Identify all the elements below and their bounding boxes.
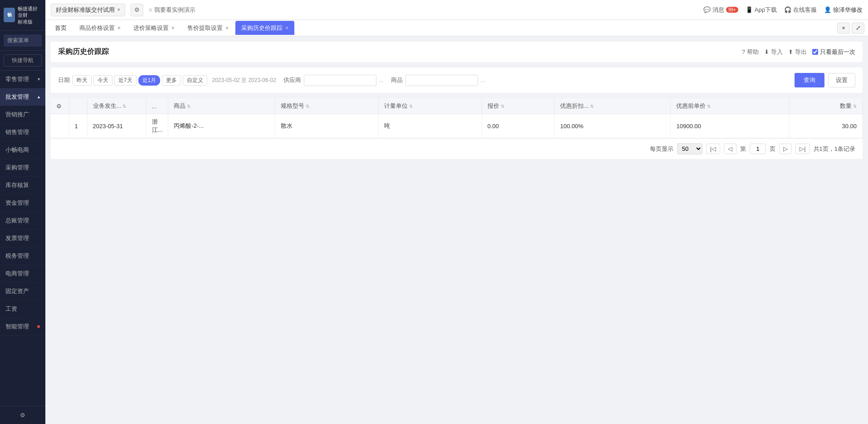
close-window-button[interactable]: × [837,23,850,34]
app-icon: 📱 [746,6,753,13]
customer-service-button[interactable]: 🎧 在线客服 [784,6,817,14]
export-icon: ⬆ [788,48,793,55]
import-button[interactable]: ⬇ 导入 [764,48,783,56]
quick-nav-area: 快捷导航 [0,51,45,71]
sort-icon-product: ⇅ [187,104,190,109]
cell-quantity: 30.00 [790,114,863,138]
filter-settings-button[interactable]: 设置 [828,73,855,87]
date-btn-custom[interactable]: 自定义 [183,75,207,86]
maximize-icon: ⤢ [856,24,861,31]
close-tab-price[interactable] [117,25,121,31]
sidebar-item-inventory[interactable]: 库存核算 [0,177,45,194]
tab-history[interactable]: 采购历史价跟踪 [235,21,294,35]
cell-supplier: 浙江... [146,114,168,138]
app-download-button[interactable]: 📱 App下载 [746,6,777,14]
close-tab-sale-price[interactable] [225,25,229,31]
demo-icon: ○ [149,6,152,13]
supplier-more-btn[interactable]: ... [379,77,384,83]
chevron-down-icon: ▾ [117,7,120,13]
page-suffix: 页 [770,145,775,153]
message-button[interactable]: 💬 消息 99+ [703,6,738,14]
tab-price[interactable]: 商品价格设置 [73,21,127,35]
search-menu-button[interactable]: 搜索菜单 [4,34,42,47]
tab-strategy[interactable]: 进价策略设置 [127,21,180,35]
prev-page-button[interactable]: ◁ [724,144,736,154]
table-header-row: ⚙ 业务发生... ⇅ ... [51,98,863,114]
supplier-filter-label: 供应商 [283,76,301,84]
th-discount[interactable]: 优惠折扣... ⇅ [555,98,671,114]
sidebar-item-salary[interactable]: 工资 [0,300,45,318]
content-area: 采购历史价跟踪 ? 帮助 ⬇ 导入 ⬆ 导出 只看最后一次 [45,36,868,424]
close-tab-history[interactable] [285,25,288,31]
date-btn-yesterday[interactable]: 昨天 [73,75,92,86]
th-settings[interactable]: ⚙ [51,98,69,114]
date-btn-last1m[interactable]: 近1月 [138,75,161,86]
supplier-input[interactable] [304,75,376,86]
sidebar-item-invoice[interactable]: 发票管理 [0,230,45,247]
headset-icon: 🎧 [784,6,791,13]
sidebar-item-finance[interactable]: 资金管理 [0,194,45,212]
sidebar-item-ecom-small[interactable]: 小畅电商 [0,141,45,159]
th-spec[interactable]: 规格型号 ⇅ [275,98,378,114]
sidebar-item-ledger[interactable]: 总账管理 [0,212,45,230]
th-price[interactable]: 报价 ⇅ [482,98,555,114]
last-only-checkbox-label[interactable]: 只看最后一次 [812,48,855,56]
th-product[interactable]: 商品 ⇅ [168,98,275,114]
demo-button[interactable]: ○ 我要看实例演示 [149,6,195,14]
settings-icon: ⚙ [20,412,25,419]
filter-area: 日期 昨天 今天 近7天 近1月 更多 自定义 2023-05-02 至 202… [51,67,863,93]
sidebar-item-purchase[interactable]: 采购管理 [0,159,45,177]
export-button[interactable]: ⬆ 导出 [788,48,807,56]
sidebar-search-area: 搜索菜单 [0,31,45,51]
user-menu[interactable]: 👤 徐泽华修改 [824,6,863,14]
next-page-button[interactable]: ▷ [779,144,792,154]
tab-home[interactable]: 首页 [49,21,73,35]
sidebar-item-assets[interactable]: 固定资产 [0,283,45,300]
sidebar-item-tax[interactable]: 税务管理 [0,247,45,265]
tab-sale-price[interactable]: 售价提取设置 [181,21,234,35]
first-page-button[interactable]: |◁ [706,144,720,154]
date-btn-last7[interactable]: 近7天 [114,75,137,86]
sidebar-item-wholesale[interactable]: 批发管理 ▴ [0,88,45,106]
version-label: 好业财标准版交付试用 [56,6,115,14]
quick-nav-button[interactable]: 快捷导航 [4,54,42,67]
message-icon: 💬 [703,6,711,13]
product-more-btn[interactable]: ... [481,77,485,83]
filter-actions: 查询 设置 [795,73,855,87]
main-area: 好业财标准版交付试用 ▾ ⚙ ○ 我要看实例演示 💬 消息 99+ 📱 App下… [45,0,868,424]
last-page-button[interactable]: ▷| [795,144,809,154]
date-btn-more[interactable]: 更多 [162,75,181,86]
sort-icon-discount: ⇅ [590,104,594,109]
settings-gear-button[interactable]: ⚙ [131,4,143,16]
help-button[interactable]: ? 帮助 [742,48,759,56]
data-table: ⚙ 业务发生... ⇅ ... [51,98,863,138]
product-input[interactable] [405,75,478,86]
th-quantity[interactable]: 数量 ⇅ [790,98,863,114]
sidebar-settings-button[interactable]: ⚙ [0,406,45,424]
th-more[interactable]: ... [146,98,168,114]
th-unit[interactable]: 计量单位 ⇅ [378,98,482,114]
page-number-input[interactable] [750,144,766,154]
cell-product: 丙烯酸-2-... [168,114,275,138]
sidebar-logo: 畅 畅捷通好业财 标准版 [0,0,45,31]
sort-icon-unit: ⇅ [409,104,413,109]
date-btn-today[interactable]: 今天 [93,75,112,86]
sidebar-item-sales[interactable]: 销售管理 [0,124,45,141]
th-date[interactable]: 业务发生... ⇅ [87,98,146,114]
version-selector[interactable]: 好业财标准版交付试用 ▾ [51,4,125,16]
cell-settings [51,114,69,138]
query-button[interactable]: 查询 [795,73,824,87]
sort-icon-spec: ⇅ [306,104,309,109]
sidebar-item-marketing[interactable]: 营销推广 [0,106,45,124]
help-icon: ? [742,48,745,55]
th-pre-discount-price[interactable]: 优惠前单价 ⇅ [671,98,790,114]
close-tab-strategy[interactable] [171,25,175,31]
date-filter-label: 日期 [58,76,70,84]
sidebar-item-retail[interactable]: 零售管理 ▾ [0,71,45,88]
sidebar-item-ecom[interactable]: 电商管理 [0,265,45,283]
maximize-window-button[interactable]: ⤢ [852,23,864,34]
cell-spec: 散水 [275,114,378,138]
sidebar-item-smart[interactable]: 智能管理 [0,318,45,336]
per-page-select[interactable]: 20 50 100 200 [677,143,702,154]
last-only-checkbox[interactable] [812,49,818,55]
